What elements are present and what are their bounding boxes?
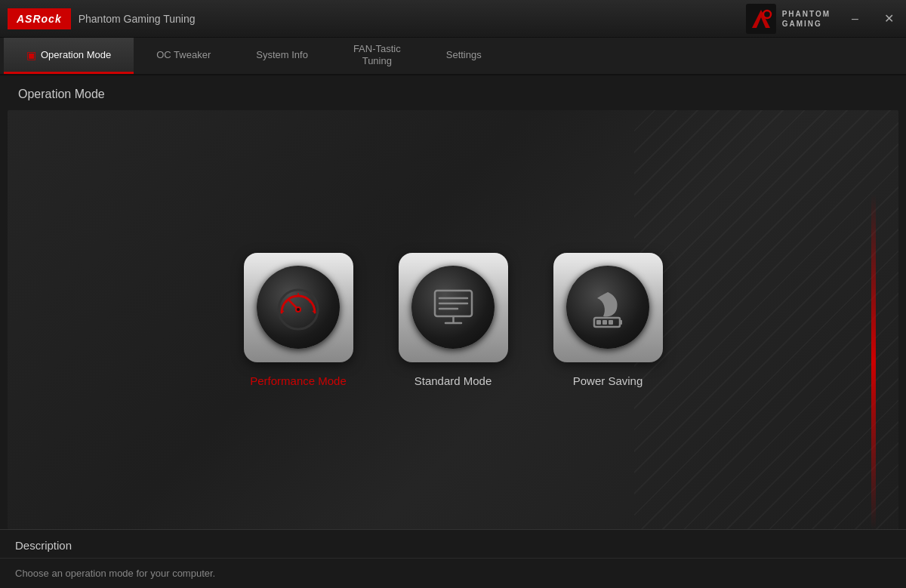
standard-mode-icon-inner [411,266,495,349]
description-section: Description Choose an operation mode for… [0,529,906,588]
page-content: Operation Mode [0,75,906,588]
tab-icon-operation-mode: ▣ [26,49,36,61]
svg-rect-22 [620,320,622,325]
performance-mode-label: Performance Mode [250,374,347,387]
monitor-icon [429,283,478,332]
tab-label-settings: Settings [446,49,482,60]
svg-rect-0 [746,4,776,34]
mode-cards: Performance Mode [244,253,663,387]
power-saving-mode-label: Power Saving [573,374,643,387]
window-controls: – ✕ [838,0,906,38]
tab-label-system-info: System Info [256,49,308,60]
phantom-gaming-logo: PHANTOM GAMING [746,4,830,34]
tab-settings[interactable]: Settings [424,38,504,74]
power-saving-mode-icon-inner [566,266,649,349]
tab-system-info[interactable]: System Info [233,38,331,74]
svg-rect-19 [596,320,601,325]
description-title: Description [0,530,906,559]
power-saving-icon [584,283,633,332]
phantom-gaming-text: PHANTOM GAMING [782,9,830,29]
tab-operation-mode[interactable]: ▣ Operation Mode [4,38,134,74]
performance-mode-icon-inner [257,266,340,349]
power-saving-mode-card[interactable]: Power Saving [553,253,663,387]
title-bar: ASRock Phantom Gaming Tuning PHANTOM GAM… [0,0,906,38]
nav-bar: ▣ Operation Mode OC Tweaker System Info … [0,38,906,75]
tab-fan-tastic[interactable]: FAN-TasticTuning [331,38,424,74]
speedometer-icon [272,281,325,334]
section-title: Operation Mode [0,75,906,110]
tab-oc-tweaker[interactable]: OC Tweaker [134,38,233,74]
main-area: Performance Mode [8,110,898,529]
tab-label-oc-tweaker: OC Tweaker [156,49,211,60]
minimize-button[interactable]: – [838,0,872,38]
svg-rect-21 [609,320,613,325]
svg-rect-20 [602,320,607,325]
tab-label-operation-mode: Operation Mode [41,49,111,60]
power-saving-mode-icon [553,253,663,362]
description-text: Choose an operation mode for your comput… [0,559,906,588]
standard-mode-card[interactable]: Standard Mode [399,253,508,387]
tab-label-fan-tastic: FAN-TasticTuning [353,43,401,66]
phantom-gaming-icon [746,4,776,34]
asrock-logo: ASRock [8,8,71,29]
close-button[interactable]: ✕ [872,0,906,38]
performance-mode-icon [244,253,353,362]
standard-mode-icon [399,253,508,362]
standard-mode-label: Standard Mode [414,374,492,387]
svg-point-11 [297,308,300,311]
performance-mode-card[interactable]: Performance Mode [244,253,353,387]
app-title: Phantom Gaming Tuning [79,13,746,25]
